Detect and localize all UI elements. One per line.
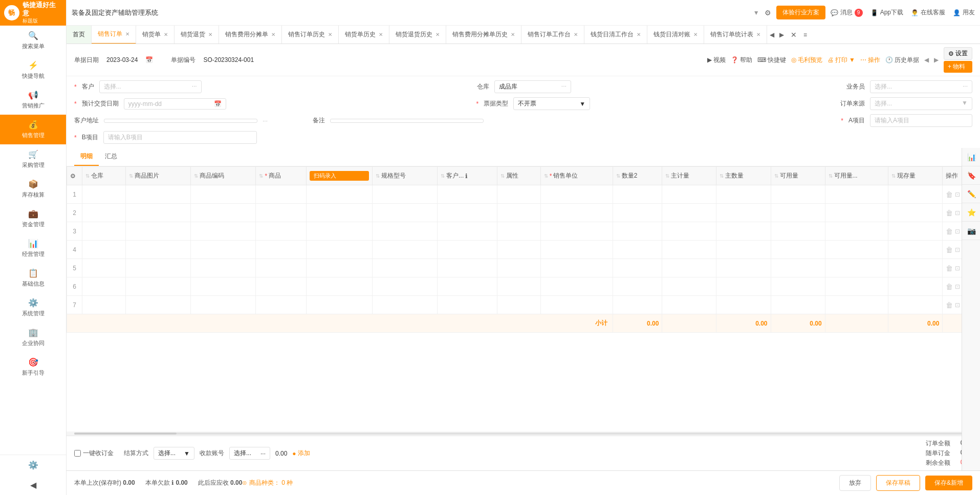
profit-preview-btn[interactable]: ◎ 毛利预览 — [791, 56, 822, 64]
row-product-name[interactable] — [256, 277, 306, 296]
sidebar-item-collapse[interactable]: ◀ — [0, 475, 66, 495]
row-customer-code[interactable] — [438, 204, 497, 222]
row-quantity2[interactable] — [613, 204, 662, 222]
customer-input[interactable]: 选择... ··· — [99, 80, 202, 93]
sidebar-item-finance[interactable]: 💼 资金管理 — [0, 204, 66, 233]
row-sales-unit[interactable] — [540, 222, 613, 241]
copy-row-btn[interactable]: ⊡ — [955, 191, 960, 198]
tab-sales-fee-split[interactable]: 销售费用分摊单 ✕ — [219, 26, 282, 44]
horizontal-scrollbar[interactable] — [67, 432, 980, 436]
sidebar-item-inventory[interactable]: 📦 库存核算 — [0, 174, 66, 204]
row-product-code[interactable] — [191, 277, 256, 296]
row-stock-qty[interactable] — [888, 222, 943, 241]
row-scan[interactable] — [306, 277, 372, 296]
shortcut-btn[interactable]: ⌨ 快捷键 — [757, 56, 786, 64]
help-btn[interactable]: ❓ 帮助 — [731, 56, 752, 64]
calendar-icon[interactable]: 📅 — [145, 56, 153, 63]
industry-btn[interactable]: 体验行业方案 — [776, 6, 825, 19]
tab-prev-btn[interactable]: ◀ — [767, 31, 777, 38]
tab-sales-return-goods-history[interactable]: 销货退货历史 ✕ — [389, 26, 446, 44]
row-attributes[interactable] — [497, 204, 540, 222]
row-main-qty[interactable] — [716, 204, 771, 222]
delete-row-btn[interactable]: 🗑 — [946, 246, 953, 254]
tab-close-icon[interactable]: ✕ — [435, 32, 440, 37]
row-stock-qty[interactable] — [888, 241, 943, 259]
operations-btn[interactable]: ⋯ 操作 — [860, 56, 880, 64]
row-product-name[interactable] — [256, 185, 306, 204]
row-main-qty[interactable] — [716, 259, 771, 277]
row-main-unit[interactable] — [662, 296, 716, 314]
row-product-code[interactable] — [191, 204, 256, 222]
row-warehouse[interactable] — [82, 222, 126, 241]
row-product-name[interactable] — [256, 204, 306, 222]
scrollbar-thumb[interactable] — [74, 433, 177, 435]
row-available-qty2[interactable] — [825, 259, 888, 277]
copy-row-btn[interactable]: ⊡ — [955, 265, 960, 272]
row-attributes[interactable] — [497, 277, 540, 296]
row-main-qty[interactable] — [716, 222, 771, 241]
next-record-btn[interactable]: ▶ — [934, 56, 939, 63]
row-quantity2[interactable] — [613, 241, 662, 259]
row-spec[interactable] — [372, 277, 437, 296]
row-stock-qty[interactable] — [888, 277, 943, 296]
tab-sales-order-stats[interactable]: 销售订单统计表 ✕ — [704, 26, 767, 44]
copy-row-btn[interactable]: ⊡ — [955, 302, 960, 309]
panel-btn-3[interactable]: ✏️ — [962, 185, 980, 203]
row-quantity2[interactable] — [613, 296, 662, 314]
row-stock-qty[interactable] — [888, 296, 943, 314]
row-scan[interactable] — [306, 296, 372, 314]
row-available-qty[interactable] — [771, 241, 825, 259]
row-scan[interactable] — [306, 259, 372, 277]
row-warehouse[interactable] — [82, 204, 126, 222]
quick-order-checkbox[interactable]: 一键收订金 — [74, 449, 114, 458]
row-quantity2[interactable] — [613, 259, 662, 277]
row-available-qty2[interactable] — [825, 222, 888, 241]
tab-close-icon[interactable]: ✕ — [328, 32, 332, 37]
row-product-image[interactable] — [125, 277, 190, 296]
tab-close-icon[interactable]: ✕ — [271, 32, 275, 37]
tab-sales-return-goods[interactable]: 销货退货 ✕ — [175, 26, 219, 44]
row-product-code[interactable] — [191, 259, 256, 277]
row-available-qty2[interactable] — [825, 204, 888, 222]
tab-sales-order-history[interactable]: 销售订单历史 ✕ — [282, 26, 339, 44]
row-product-image[interactable] — [125, 296, 190, 314]
row-customer-code[interactable] — [438, 259, 497, 277]
tab-next-btn[interactable]: ▶ — [777, 31, 787, 38]
payment-method-select[interactable]: 选择... ▼ — [154, 447, 194, 460]
row-available-qty2[interactable] — [825, 277, 888, 296]
row-product-image[interactable] — [125, 204, 190, 222]
row-attributes[interactable] — [497, 259, 540, 277]
row-quantity2[interactable] — [613, 277, 662, 296]
settings-gear-icon[interactable]: ⚙ — [765, 9, 771, 17]
sidebar-item-base-info[interactable]: 📋 基础信息 — [0, 263, 66, 293]
delete-row-btn[interactable]: 🗑 — [946, 264, 953, 272]
tab-close-icon[interactable]: ✕ — [125, 31, 129, 37]
row-product-code[interactable] — [191, 222, 256, 241]
row-product-name[interactable] — [256, 241, 306, 259]
message-btn[interactable]: 💬 消息 9 — [831, 8, 863, 17]
row-sales-unit[interactable] — [540, 296, 613, 314]
row-spec[interactable] — [372, 259, 437, 277]
row-product-code[interactable] — [191, 185, 256, 204]
row-attributes[interactable] — [497, 222, 540, 241]
copy-row-btn[interactable]: ⊡ — [955, 228, 960, 235]
copy-row-btn[interactable]: ⊡ — [955, 283, 960, 290]
panel-btn-4[interactable]: ⭐ — [962, 203, 980, 222]
row-spec[interactable] — [372, 204, 437, 222]
row-spec[interactable] — [372, 185, 437, 204]
save-new-btn[interactable]: 保存&新增 — [925, 476, 972, 490]
row-main-qty[interactable] — [716, 296, 771, 314]
row-product-name[interactable] — [256, 222, 306, 241]
row-attributes[interactable] — [497, 241, 540, 259]
row-main-qty[interactable] — [716, 241, 771, 259]
row-scan[interactable] — [306, 241, 372, 259]
tab-sales-order[interactable]: 销售订单 ✕ — [92, 26, 136, 44]
row-attributes[interactable] — [497, 296, 540, 314]
invoice-type-select[interactable]: 不开票 ▼ — [513, 97, 590, 110]
row-available-qty2[interactable] — [825, 296, 888, 314]
tab-menu-btn[interactable]: ≡ — [801, 31, 810, 38]
tab-close-icon[interactable]: ✕ — [637, 32, 641, 37]
row-sales-unit[interactable] — [540, 259, 613, 277]
save-draft-btn[interactable]: 保存草稿 — [876, 475, 920, 491]
row-available-qty2[interactable] — [825, 241, 888, 259]
